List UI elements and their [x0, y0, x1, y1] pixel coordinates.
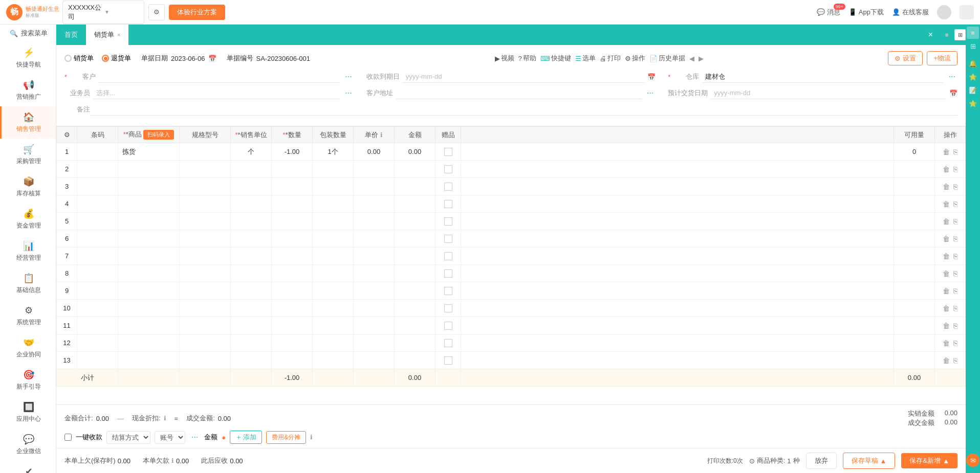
- cell-barcode[interactable]: [77, 317, 118, 334]
- right-panel-btn-2[interactable]: ⊞: [967, 40, 979, 52]
- delete-row-icon[interactable]: 🗑: [943, 183, 950, 191]
- delete-row-icon[interactable]: 🗑: [943, 165, 950, 173]
- sidebar-item-wechat[interactable]: 💬 企业微信: [0, 429, 56, 461]
- cell-product[interactable]: [118, 213, 180, 230]
- cell-price[interactable]: [354, 195, 395, 213]
- cell-qty[interactable]: [272, 352, 313, 369]
- sidebar-item-quick-nav[interactable]: ⚡ 快捷导航: [0, 42, 56, 74]
- operate-link[interactable]: ⚙ 操作: [625, 54, 645, 63]
- addr-dots-btn[interactable]: ···: [645, 88, 656, 98]
- cell-qty[interactable]: -1.00: [272, 143, 313, 161]
- online-service-button[interactable]: 👤 在线客服: [892, 8, 929, 17]
- add-button[interactable]: ＋ 添加: [230, 431, 262, 444]
- cell-spec[interactable]: [180, 334, 231, 352]
- save-new-button[interactable]: 保存&新增 ▲: [901, 453, 957, 468]
- cell-price[interactable]: [354, 317, 395, 334]
- copy-row-icon[interactable]: ⎘: [953, 304, 957, 312]
- gift-checkbox[interactable]: [444, 322, 452, 330]
- cell-price[interactable]: [354, 161, 395, 178]
- cell-qty[interactable]: [272, 300, 313, 317]
- print-link[interactable]: 🖨 打印: [600, 54, 621, 63]
- sidebar-item-apps[interactable]: 🔲 应用中心: [0, 396, 56, 429]
- copy-row-icon[interactable]: ⎘: [953, 322, 957, 330]
- cell-qty[interactable]: [272, 265, 313, 282]
- cell-barcode[interactable]: [77, 247, 118, 265]
- cell-qty[interactable]: [272, 334, 313, 352]
- cell-gift[interactable]: [435, 265, 461, 282]
- payment-date-input[interactable]: [403, 71, 645, 83]
- cell-unit[interactable]: [231, 265, 272, 282]
- gift-checkbox[interactable]: [444, 252, 452, 260]
- gift-checkbox[interactable]: [444, 269, 452, 278]
- account-select[interactable]: 账号: [155, 431, 185, 444]
- warehouse-input[interactable]: [702, 71, 943, 83]
- cell-pkg-qty[interactable]: [313, 247, 354, 265]
- cell-gift[interactable]: [435, 247, 461, 265]
- prev-record-icon[interactable]: ◀: [689, 55, 694, 62]
- cell-gift[interactable]: [435, 317, 461, 334]
- cell-gift[interactable]: [435, 334, 461, 352]
- cell-pkg-qty[interactable]: [313, 282, 354, 300]
- cell-barcode[interactable]: [77, 300, 118, 317]
- cell-amount[interactable]: [395, 247, 435, 265]
- sidebar-item-vip[interactable]: ✔ 畅会员: [0, 461, 56, 473]
- salesperson-dots-btn[interactable]: ···: [343, 88, 354, 98]
- right-panel-btn-4[interactable]: ⭐: [967, 71, 979, 83]
- sidebar-item-collab[interactable]: 🤝 企业协同: [0, 332, 56, 364]
- cell-barcode[interactable]: [77, 282, 118, 300]
- cell-amount[interactable]: [395, 213, 435, 230]
- copy-row-icon[interactable]: ⎘: [953, 235, 957, 243]
- cell-amount[interactable]: [395, 230, 435, 247]
- sidebar-item-operations[interactable]: 📊 经营管理: [0, 235, 56, 267]
- abandon-button[interactable]: 放弃: [806, 453, 837, 469]
- cell-pkg-qty[interactable]: [313, 300, 354, 317]
- company-selector[interactable]: XXXXXX公司 ▼: [62, 1, 144, 24]
- cell-barcode[interactable]: [77, 161, 118, 178]
- cell-product[interactable]: [118, 317, 180, 334]
- cell-price[interactable]: [354, 282, 395, 300]
- cell-spec[interactable]: [180, 195, 231, 213]
- cell-pkg-qty[interactable]: [313, 334, 354, 352]
- app-download-button[interactable]: 📱 App下载: [848, 8, 884, 17]
- right-panel-btn-7[interactable]: ✉: [966, 454, 979, 467]
- delete-row-icon[interactable]: 🗑: [943, 269, 950, 278]
- customer-addr-input[interactable]: [396, 87, 642, 99]
- tab-bar-close-icon[interactable]: ×: [928, 30, 933, 39]
- cell-qty[interactable]: [272, 195, 313, 213]
- salesperson-input[interactable]: [93, 87, 340, 99]
- cell-pkg-qty[interactable]: [313, 161, 354, 178]
- cell-qty[interactable]: [272, 161, 313, 178]
- cell-product[interactable]: [118, 334, 180, 352]
- delete-row-icon[interactable]: 🗑: [943, 339, 950, 347]
- cell-barcode[interactable]: [77, 143, 118, 161]
- trial-button[interactable]: 体验行业方案: [169, 5, 225, 20]
- cell-qty[interactable]: [272, 247, 313, 265]
- cell-amount[interactable]: [395, 317, 435, 334]
- customer-dots-btn[interactable]: ···: [343, 72, 354, 81]
- cell-gift[interactable]: [435, 230, 461, 247]
- gift-checkbox[interactable]: [444, 148, 452, 156]
- cell-price[interactable]: [354, 247, 395, 265]
- sidebar-search[interactable]: 🔍 搜索菜单: [0, 25, 56, 42]
- cell-unit[interactable]: [231, 352, 272, 369]
- cell-product[interactable]: [118, 195, 180, 213]
- logistics-button[interactable]: +物流: [927, 51, 957, 65]
- copy-row-icon[interactable]: ⎘: [953, 200, 957, 208]
- cell-unit[interactable]: [231, 247, 272, 265]
- sidebar-item-marketing[interactable]: 📢 营销推广: [0, 74, 56, 106]
- avatar[interactable]: [937, 5, 951, 19]
- copy-row-icon[interactable]: ⎘: [953, 165, 957, 173]
- delete-row-icon[interactable]: 🗑: [943, 148, 950, 156]
- gift-checkbox[interactable]: [444, 287, 452, 295]
- right-panel-btn-5[interactable]: 📝: [967, 84, 979, 96]
- payment-cal-icon[interactable]: 📅: [647, 73, 656, 81]
- cell-spec[interactable]: [180, 282, 231, 300]
- gift-checkbox[interactable]: [444, 183, 452, 191]
- product-kind-selector[interactable]: ⊙ 商品种类: 1 种: [749, 456, 800, 465]
- cell-spec[interactable]: [180, 230, 231, 247]
- expense-info-icon[interactable]: ℹ: [310, 434, 313, 441]
- cell-gift[interactable]: [435, 213, 461, 230]
- cell-unit[interactable]: [231, 317, 272, 334]
- cell-unit[interactable]: [231, 178, 272, 195]
- price-info-icon[interactable]: ℹ: [380, 131, 383, 139]
